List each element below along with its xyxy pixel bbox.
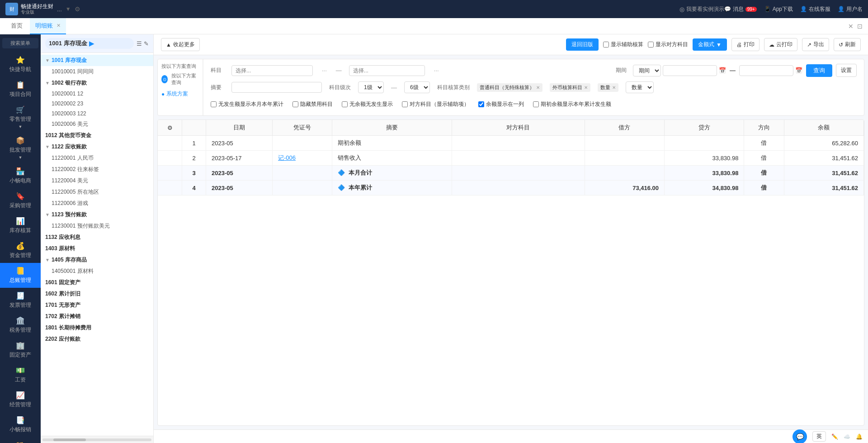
- chk-opening[interactable]: 期初余额显示本年累计发生额: [533, 100, 611, 108]
- tree-item-2202[interactable]: 2202 应付账款: [41, 333, 153, 345]
- chk-no-balance[interactable]: 无余额无发生显示: [342, 100, 393, 108]
- chk-no-amount[interactable]: 无发生额显示本月本年累计: [211, 100, 283, 108]
- sidebar-item-purchase[interactable]: 🔖 采购管理: [0, 188, 41, 213]
- tree-item-10010001[interactable]: 10010001 同同同: [41, 66, 153, 77]
- tree-item-11230001[interactable]: 11230001 预付账款美元: [41, 220, 153, 232]
- demo-link[interactable]: ◎ 我要看实例演示: [679, 5, 724, 13]
- sidebar-item-retail[interactable]: 🛒 零售管理 ▼: [0, 102, 41, 133]
- company-selector[interactable]: ... ▼ ⚙: [57, 5, 679, 13]
- show-contra-input[interactable]: [648, 42, 654, 48]
- sidebar-item-shortcut[interactable]: ⭐ 快捷导航: [0, 52, 41, 77]
- tree-item-1132[interactable]: 1132 应收利息: [41, 232, 153, 243]
- period-calendar-icon[interactable]: 📅: [719, 67, 726, 74]
- sidebar-item-project[interactable]: 📋 项目合同: [0, 77, 41, 102]
- tree-item-10020006[interactable]: 10020006 美元: [41, 119, 153, 130]
- account-panel-title[interactable]: 1001 库存现金 ▶: [45, 38, 134, 49]
- tree-item-1012[interactable]: 1012 其他货币资金: [41, 130, 153, 141]
- tag-fx-close[interactable]: ✕: [584, 85, 588, 90]
- tree-item-11220004[interactable]: 11220004 美元: [41, 175, 153, 186]
- tab-close-icon[interactable]: ✕: [57, 23, 61, 29]
- category-more-select[interactable]: 数量: [626, 81, 654, 93]
- bell-icon[interactable]: 🔔: [856, 433, 863, 440]
- user-avatar[interactable]: 👤 用户名: [838, 5, 863, 13]
- sidebar-item-salary[interactable]: 💵 工资: [0, 362, 41, 387]
- query-btn[interactable]: 查询: [806, 64, 832, 77]
- sidebar-item-wholesale[interactable]: 📦 批发管理 ▼: [0, 133, 41, 163]
- chk-contra[interactable]: 对方科目（显示辅助项）: [402, 100, 469, 108]
- tree-item-1602[interactable]: 1602 累计折旧: [41, 288, 153, 300]
- subject-end-input[interactable]: [349, 65, 425, 76]
- cloud-icon[interactable]: ☁️: [844, 433, 850, 440]
- chk-no-balance-input[interactable]: [342, 101, 348, 107]
- tree-item-10020002[interactable]: 10020002 23: [41, 99, 153, 109]
- show-aux-input[interactable]: [603, 42, 609, 48]
- tree-item-1001[interactable]: ▼ 1001 库存现金: [41, 55, 153, 66]
- period-end-calendar-icon[interactable]: 📅: [795, 67, 802, 74]
- tree-item-1002[interactable]: ▼ 1002 银行存款: [41, 77, 153, 89]
- chk-balance-col-input[interactable]: [478, 101, 484, 107]
- tab-bar-expand-btn[interactable]: ⊡: [857, 23, 863, 30]
- table-settings-icon[interactable]: ⚙: [167, 124, 173, 131]
- sidebar-item-basic[interactable]: 📂 基础信息: [0, 437, 41, 443]
- sidebar-search[interactable]: 搜索菜单: [2, 38, 38, 48]
- row-voucher-2[interactable]: 记-006: [273, 151, 332, 166]
- gold-btn[interactable]: 金额式 ▼: [693, 38, 727, 51]
- summary-input[interactable]: [231, 82, 322, 93]
- chk-contra-input[interactable]: [402, 101, 408, 107]
- tree-item-1702[interactable]: 1702 累计摊销: [41, 311, 153, 322]
- sidebar-item-ops[interactable]: 📈 经营管理: [0, 387, 41, 412]
- tree-item-11220006[interactable]: 11220006 游戏: [41, 198, 153, 209]
- sidebar-item-invoice[interactable]: 🧾 发票管理: [0, 288, 41, 313]
- sidebar-item-tax[interactable]: 🏛️ 税务管理: [0, 313, 41, 338]
- show-contra-checkbox[interactable]: 显示对方科目: [648, 41, 688, 48]
- online-service-btn[interactable]: 👤 在线客服: [800, 5, 830, 13]
- lang-btn[interactable]: 英: [812, 431, 826, 442]
- chk-balance-col[interactable]: 余额显示在一列: [478, 100, 524, 108]
- tree-item-1405[interactable]: ▼ 1405 库存商品: [41, 254, 153, 266]
- print-btn[interactable]: 🖨 打印: [731, 38, 760, 51]
- voucher-link-2[interactable]: 记-006: [278, 154, 296, 161]
- cloud-print-btn[interactable]: ☁ 云打印: [764, 38, 797, 51]
- tab-home[interactable]: 首页: [5, 18, 28, 34]
- message-btn[interactable]: 💬 消息 99+: [724, 5, 757, 13]
- chk-hide-disabled[interactable]: 隐藏禁用科目: [292, 100, 333, 108]
- tree-item-1701[interactable]: 1701 无形资产: [41, 300, 153, 311]
- tag-qty-close[interactable]: ✕: [612, 85, 616, 90]
- sidebar-item-fixed[interactable]: 🏢 固定资产: [0, 338, 41, 362]
- tab-detail[interactable]: 明细账 ✕: [30, 18, 66, 34]
- account-list-icon[interactable]: ☰: [137, 40, 142, 47]
- level-end-select[interactable]: 6级: [404, 81, 430, 93]
- tree-item-1123[interactable]: ▼ 1123 预付账款: [41, 209, 153, 220]
- tree-item-10020003[interactable]: 10020003 122: [41, 109, 153, 119]
- tree-item-1601[interactable]: 1601 固定资产: [41, 277, 153, 288]
- sidebar-item-sales[interactable]: 📑 小畅报销: [0, 412, 41, 437]
- account-edit-icon[interactable]: ✎: [144, 40, 149, 47]
- subject-input[interactable]: [231, 65, 313, 76]
- tree-item-11220002[interactable]: 11220002 往来标签: [41, 164, 153, 175]
- chk-no-amount-input[interactable]: [211, 101, 217, 107]
- float-chat-btn[interactable]: 💬: [793, 429, 807, 443]
- period-end-input[interactable]: 2023-05: [739, 65, 793, 76]
- period-type-select[interactable]: 期间: [633, 65, 661, 76]
- tree-item-11220005[interactable]: 11220005 所在地区: [41, 186, 153, 198]
- refresh-btn[interactable]: ↺ 刷新: [834, 38, 861, 51]
- period-start-input[interactable]: 2023-05: [663, 65, 717, 76]
- expand-btn[interactable]: ▲ 收起更多: [161, 38, 200, 51]
- tab-bar-close-btn[interactable]: ✕: [848, 23, 854, 30]
- app-download-btn[interactable]: 📱 App下载: [764, 5, 793, 13]
- sidebar-item-mini[interactable]: 🏪 小畅电商: [0, 163, 41, 188]
- tree-item-14050001[interactable]: 14050001 原材料: [41, 266, 153, 277]
- account-scrollbar[interactable]: [42, 438, 151, 441]
- chk-hide-disabled-input[interactable]: [292, 101, 298, 107]
- scheme-item-system[interactable]: ● 系统方案: [161, 89, 199, 99]
- settings-icon[interactable]: ⚙: [75, 5, 80, 13]
- tree-item-1801[interactable]: 1801 长期待摊费用: [41, 322, 153, 333]
- tree-item-1403[interactable]: 1403 原材料: [41, 243, 153, 254]
- edit-icon[interactable]: ✏️: [831, 433, 838, 440]
- export-btn[interactable]: ↗ 导出: [802, 38, 829, 51]
- level-start-select[interactable]: 1级: [358, 81, 384, 93]
- sidebar-item-inventory[interactable]: 📊 库存核算: [0, 213, 41, 238]
- tag-normal-close[interactable]: ✕: [536, 85, 540, 90]
- tree-item-10020001[interactable]: 10020001 12: [41, 89, 153, 99]
- show-aux-checkbox[interactable]: 显示辅助核算: [603, 41, 643, 48]
